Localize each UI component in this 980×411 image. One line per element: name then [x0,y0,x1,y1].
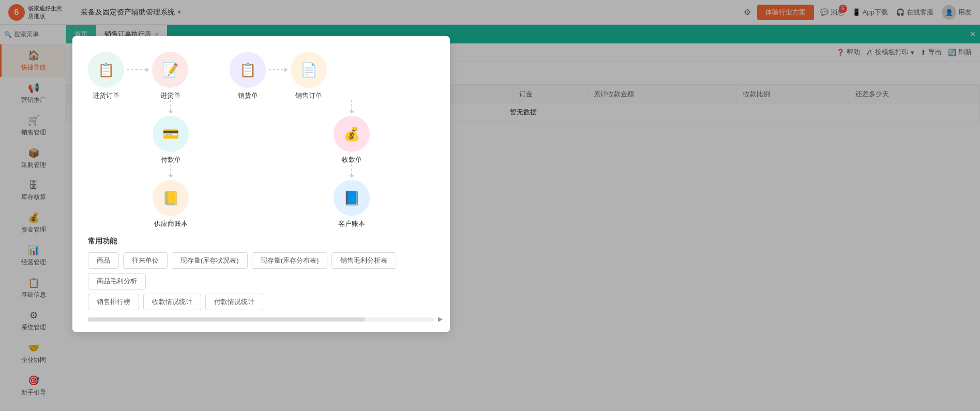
arrow-pb-down-line [170,100,171,111]
supplier-ledger-circle[interactable]: 📒 [153,180,189,216]
payment-bill-circle[interactable]: 💳 [153,116,189,152]
payment-bill-icon: 💳 [162,126,179,142]
func-btn-receipt-stats[interactable]: 收款情况统计 [143,294,201,310]
func-btn-goods-profit[interactable]: 商品毛利分析 [88,273,146,290]
func-btn-goods[interactable]: 商品 [88,252,119,269]
purchase-order-label: 进货订单 [93,91,119,100]
arrow-sb-down-line [351,100,352,111]
flow-sales-order: 📄 销售订单 [291,52,327,100]
customer-ledger-icon: 📘 [343,190,360,206]
arrow-pb-down-head [168,111,173,114]
func-btn-stock-dist[interactable]: 现存量(库存分布表) [252,252,328,269]
arrow-rec-down-line [351,164,352,175]
receipt-bill-icon: 💰 [343,126,360,142]
flow-right-col: 💰 收款单 [334,100,370,164]
purchase-bill-label: 进货单 [160,91,180,100]
arrow-pay-down-head [168,175,173,178]
function-buttons-row2: 销售排行榜 收款情况统计 付款情况统计 [88,294,434,310]
arrow-sb-down-head [349,111,354,114]
purchase-bill-circle[interactable]: 📝 [152,52,188,88]
flow-right-bottom-col: 📘 客户账本 [334,164,370,229]
receipt-bill-circle[interactable]: 💰 [334,116,370,152]
function-buttons-row1: 商品 往来单位 现存量(库存状况表) 现存量(库存分布表) 销售毛利分析表 商品… [88,252,434,290]
receipt-bill-label: 收款单 [342,155,362,164]
purchase-order-circle[interactable]: 📋 [88,52,124,88]
common-functions-title: 常用功能 [88,237,434,246]
func-btn-partner[interactable]: 往来单位 [123,252,168,269]
sales-order-circle[interactable]: 📄 [291,52,327,88]
func-btn-payment-stats[interactable]: 付款情况统计 [205,294,263,310]
arrow-po-to-pb [127,67,149,72]
arrow-so-to-sb [269,67,288,72]
flow-left-bottom-col: 📒 供应商账本 [153,164,189,229]
supplier-ledger-label: 供应商账本 [154,219,188,229]
customer-ledger-circle[interactable]: 📘 [334,180,370,216]
sales-order-label: 销售订单 [295,91,322,100]
flow-top-row: 📋 进货订单 📝 进货单 📋 [88,52,434,100]
flow-purchase-order: 📋 进货订单 [88,52,124,100]
popup-scrollbar-thumb[interactable] [88,317,365,322]
flow-left-col: 💳 付款单 [153,100,189,164]
sales-bill-circle[interactable]: 📋 [230,52,266,88]
purchase-bill-icon: 📝 [162,62,178,78]
scroll-right-arrow[interactable]: ▶ [438,315,443,323]
arrow-pay-down-line [170,164,171,175]
purchase-order-icon: 📋 [98,62,114,78]
func-btn-sales-rank[interactable]: 销售排行榜 [88,294,139,310]
arrow-rec-down-head [349,175,354,178]
popup-scrollbar[interactable]: ▶ [88,317,434,322]
quick-nav-popup: 📋 进货订单 📝 进货单 📋 [72,36,450,332]
sales-bill-label: 销货单 [238,91,258,100]
func-btn-stock-status[interactable]: 现存量(库存状况表) [172,252,248,269]
supplier-ledger-icon: 📒 [162,190,179,206]
flow-purchase-bill: 📝 进货单 [152,52,188,100]
arrow-head-h2-left [284,67,288,72]
arrow-head-h1 [146,67,149,72]
arrow-line-h1 [127,69,146,70]
common-functions-section: 常用功能 商品 往来单位 现存量(库存状况表) 现存量(库存分布表) 销售毛利分… [88,237,434,310]
sales-order-icon: 📄 [300,62,317,78]
popup-overlay: 📋 进货订单 📝 进货单 📋 [0,0,980,411]
payment-bill-label: 付款单 [161,155,181,164]
sales-bill-icon: 📋 [239,62,256,78]
flow-mid-section: 💳 付款单 💰 收款单 [88,100,434,164]
func-btn-sales-profit[interactable]: 销售毛利分析表 [331,252,396,269]
flow-bottom-section: 📒 供应商账本 📘 客户账本 [88,164,434,229]
customer-ledger-label: 客户账本 [338,219,365,229]
flow-sales-bill: 📋 销货单 [230,52,266,100]
